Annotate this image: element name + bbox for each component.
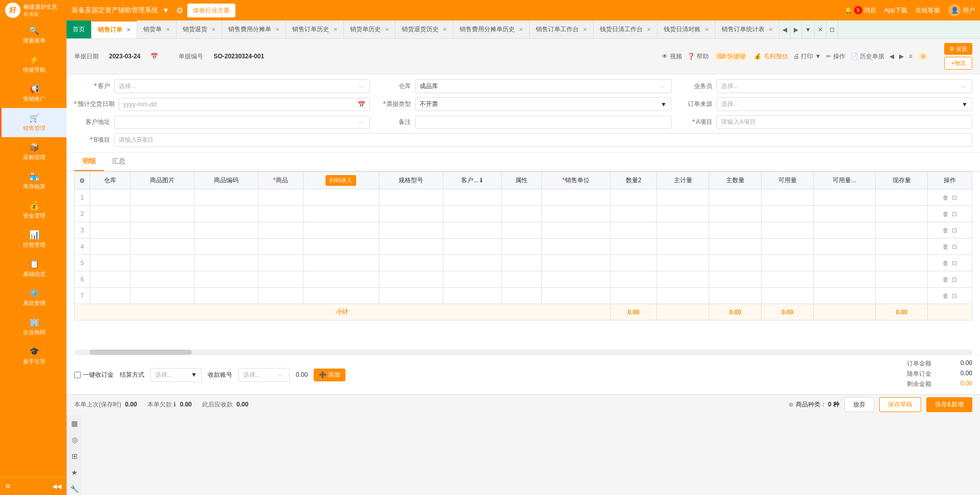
row-warehouse[interactable]	[90, 288, 130, 304]
ticket-select[interactable]: 不开票 ▼	[415, 97, 671, 111]
row-unit[interactable]	[541, 288, 610, 304]
delivery-calendar-icon[interactable]: 📅	[358, 101, 365, 108]
row-copy-icon[interactable]: ⊡	[952, 243, 957, 250]
system-dropdown-icon[interactable]: ▼	[162, 6, 169, 14]
sidebar-item-quick[interactable]: ⚡ 快捷导航	[0, 50, 67, 79]
row-qty2[interactable]	[610, 222, 657, 239]
row-customer-num[interactable]	[443, 206, 501, 222]
row-unit[interactable]	[541, 189, 610, 206]
right-panel-icon-3[interactable]: ⊞	[69, 450, 81, 462]
row-product[interactable]	[258, 206, 303, 222]
row-qty2[interactable]	[610, 288, 657, 304]
sidebar-item-basic[interactable]: 📋 基础信息	[0, 254, 67, 283]
settings-icon[interactable]: ⚙	[176, 6, 183, 15]
row-warehouse[interactable]	[90, 271, 130, 288]
row-property[interactable]	[501, 255, 541, 271]
sidebar-item-marketing[interactable]: 📢 营销推广	[0, 79, 67, 108]
tab-fee[interactable]: 销售费用分摊单 ✕	[222, 20, 286, 39]
help-btn[interactable]: ❓ 帮助	[687, 52, 709, 61]
settings-btn[interactable]: ⚙ 设置	[944, 43, 972, 55]
row-product[interactable]	[258, 271, 303, 288]
calendar-icon[interactable]: 📅	[150, 53, 158, 60]
tab-return[interactable]: 销货退货 ✕	[177, 20, 222, 39]
tab-daily-workbench[interactable]: 钱货日清工作台 ✕	[594, 20, 658, 39]
sidebar-item-system[interactable]: ⚙️ 系统管理	[0, 283, 67, 312]
print-btn[interactable]: 🖨 打印 ▼	[793, 52, 821, 61]
row-product[interactable]	[258, 288, 303, 304]
row-main-qty[interactable]	[709, 189, 761, 206]
row-product-code[interactable]	[194, 271, 258, 288]
warehouse-more-btn[interactable]: ···	[658, 83, 667, 90]
tab-close-fee-history[interactable]: ✕	[519, 27, 523, 32]
remark-input[interactable]	[415, 116, 671, 129]
account-select[interactable]: 选择... ···	[238, 368, 290, 382]
tab-workbench[interactable]: 销售订单工作台 ✕	[530, 20, 594, 39]
row-delete-icon[interactable]: 🗑	[943, 210, 949, 218]
right-panel-icon-2[interactable]: ◎	[69, 434, 81, 446]
row-product-code[interactable]	[194, 255, 258, 271]
order-source-select[interactable]: 选择... ▼	[716, 97, 972, 111]
row-product-code[interactable]	[194, 222, 258, 239]
row-copy-icon[interactable]: ⊡	[952, 292, 957, 299]
sidebar-item-search[interactable]: 🔍 搜索菜单	[0, 20, 67, 50]
tab-close-workbench[interactable]: ✕	[583, 27, 587, 32]
row-customer-num[interactable]	[443, 239, 501, 255]
sidebar-item-inventory[interactable]: 🏪 库存核算	[0, 166, 67, 196]
tab-nav-expand[interactable]: ⊡	[826, 20, 838, 39]
scroll-area[interactable]	[74, 350, 972, 355]
grid-view-btn[interactable]: ⊞	[918, 52, 929, 61]
row-customer-num[interactable]	[443, 222, 501, 239]
row-delete-icon[interactable]: 🗑	[943, 260, 949, 267]
customer-input[interactable]: 选择... ···	[114, 79, 370, 93]
row-qty2[interactable]	[610, 206, 657, 222]
pay-method-select[interactable]: 选择... ▼	[150, 368, 202, 382]
shortcut-btn[interactable]: ⌨ 快捷键	[714, 51, 749, 62]
tab-close-daily-reconcile[interactable]: ✕	[705, 27, 709, 32]
row-warehouse[interactable]	[90, 206, 130, 222]
row-delete-icon[interactable]: 🗑	[943, 243, 949, 250]
operate-btn[interactable]: ✏ 操作	[826, 52, 845, 61]
sidebar-item-sales[interactable]: 🛒 销售管理	[0, 108, 67, 137]
row-customer-num[interactable]	[443, 288, 501, 304]
tab-close-return[interactable]: ✕	[211, 27, 215, 32]
tab-nav-dropdown[interactable]: ▼	[802, 20, 815, 39]
save-new-btn[interactable]: 保存&新增	[926, 397, 972, 412]
row-spec[interactable]	[379, 222, 443, 239]
tab-sales-goods[interactable]: 销货单 ✕	[137, 20, 177, 39]
row-qty2[interactable]	[610, 189, 657, 206]
row-copy-icon[interactable]: ⊡	[952, 227, 957, 234]
address-input[interactable]: ···	[114, 116, 370, 129]
row-property[interactable]	[501, 288, 541, 304]
row-qty2[interactable]	[610, 239, 657, 255]
user-avatar[interactable]: 👤 用户	[948, 4, 975, 16]
row-unit[interactable]	[541, 206, 610, 222]
row-product-code[interactable]	[194, 189, 258, 206]
sidebar-collapse-icon[interactable]: ◀◀	[52, 483, 61, 490]
tab-close-goods-history[interactable]: ✕	[385, 27, 389, 32]
tab-return-history[interactable]: 销货退货历史 ✕	[396, 20, 453, 39]
tab-fee-history[interactable]: 销售费用分摊单历史 ✕	[453, 20, 530, 39]
row-unit[interactable]	[541, 222, 610, 239]
row-main-qty[interactable]	[709, 206, 761, 222]
row-spec[interactable]	[379, 206, 443, 222]
row-warehouse[interactable]	[90, 222, 130, 239]
row-copy-icon[interactable]: ⊡	[952, 194, 957, 201]
row-main-qty[interactable]	[709, 288, 761, 304]
quick-pay-input[interactable]	[74, 372, 81, 378]
row-main-qty[interactable]	[709, 255, 761, 271]
history-btn[interactable]: 📄 历史单据	[851, 52, 884, 61]
row-property[interactable]	[501, 189, 541, 206]
row-warehouse[interactable]	[90, 189, 130, 206]
tab-nav-prev[interactable]: ◀	[779, 20, 791, 39]
tab-close-return-history[interactable]: ✕	[443, 27, 447, 32]
warehouse-input[interactable]: 成品库 ···	[415, 79, 671, 93]
row-property[interactable]	[501, 271, 541, 288]
sidebar-settings-icon[interactable]: ⚙	[5, 483, 11, 490]
logistics-btn[interactable]: +物流	[944, 57, 972, 70]
row-unit[interactable]	[541, 271, 610, 288]
tab-sales-order[interactable]: 销售订单 ✕	[92, 20, 137, 39]
tab-summary[interactable]: 汇总	[104, 153, 134, 171]
row-product[interactable]	[258, 189, 303, 206]
row-main-qty[interactable]	[709, 239, 761, 255]
tab-detail[interactable]: 明细	[74, 153, 104, 171]
